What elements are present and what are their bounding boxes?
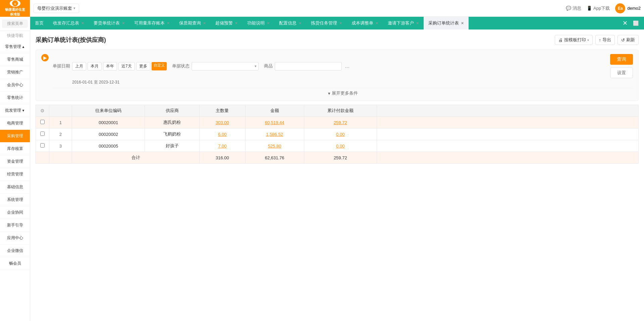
table-header: ⚙ 往来单位编码 供应商 主数量 金额 累计付款金额 [36,105,639,117]
sidebar-item-member[interactable]: 会员中心 [0,79,30,92]
row2-paid-amount[interactable]: 0.00 [304,128,377,140]
sidebar-item-member2[interactable]: 畅会员 [0,257,30,270]
sidebar-item-inventory[interactable]: 库存核算 [0,143,30,155]
tab-expiry-query-label: 保质期查询 [179,20,201,26]
sidebar-item-appcenter[interactable]: 应用中心 [0,232,30,245]
search-label[interactable]: 搜索英单 [2,19,28,28]
footer-label: 合计 [72,152,200,164]
tab-purchase-summary-close[interactable]: ✕ [461,21,464,25]
tab-order-summary[interactable]: 要货单统计表 ✕ [89,17,129,30]
date-btn-last-month[interactable]: 上月 [72,62,86,70]
tab-cost-adjust-close[interactable]: ✕ [375,21,378,25]
tab-available-stock-close[interactable]: ✕ [167,21,170,25]
query-button[interactable]: 查询 [610,54,633,65]
row3-quantity[interactable]: 7.00 [199,140,245,152]
sidebar-search-area[interactable]: 搜索英单 [0,17,30,31]
avatar: Ea [615,3,625,13]
app-logo[interactable]: 6 畅捷通好生意 标准版 [0,0,30,17]
row3-amount[interactable]: 525.80 [245,140,304,152]
app-subtitle: 标准版 [10,12,20,17]
tab-expiry-query[interactable]: 保质期查询 ✕ [174,17,211,30]
tab-config-info[interactable]: 配置信息 ✕ [274,17,306,30]
sidebar-item-finance[interactable]: 资金管理 [0,155,30,168]
tab-overstock-warning[interactable]: 超储预警 ✕ [211,17,243,30]
date-btn-this-year[interactable]: 本年 [103,62,117,70]
tab-cost-adjust[interactable]: 成本调整单 ✕ [347,17,383,30]
date-btn-more[interactable]: 更多 [136,62,150,70]
sidebar-item-ops[interactable]: 经营管理 [0,168,30,181]
row1-checkbox[interactable] [36,117,49,128]
workspace-label: 母婴行业演示账套 [37,5,72,11]
tab-config-info-close[interactable]: ✕ [299,21,302,25]
date-btn-this-month[interactable]: 本月 [88,62,102,70]
th-index [49,105,72,117]
row2-quantity[interactable]: 6.00 [199,128,245,140]
sidebar-item-basic[interactable]: 基础信息 [0,181,30,194]
settings-button[interactable]: 设置 [610,67,633,78]
tab-function-desc[interactable]: 功能说明 ✕ [243,17,274,30]
checkbox-3[interactable] [40,143,45,148]
row3-paid-amount[interactable]: 0.00 [304,140,377,152]
tab-expiry-query-close[interactable]: ✕ [203,21,206,25]
expand-tab-btn[interactable]: ⬜ [630,19,641,27]
row3-supplier: 好孩子 [145,140,200,152]
checkbox-1[interactable] [40,120,45,124]
date-btn-7days[interactable]: 近7天 [118,62,135,70]
goods-ellipsis-btn[interactable]: ... [344,63,351,69]
row1-quantity[interactable]: 303.00 [199,117,245,128]
status-select[interactable] [192,62,259,70]
refresh-button[interactable]: ↺ 刷新 [618,35,639,45]
checkbox-2[interactable] [40,131,45,136]
th-unit-code: 往来单位编码 [72,105,145,117]
sidebar-item-ecommerce[interactable]: 电商管理 [0,117,30,130]
tab-receive-send-close[interactable]: ✕ [81,21,84,25]
date-custom-badge[interactable]: 自定义 [152,62,167,70]
message-button[interactable]: 💬 消息 [566,5,581,11]
tab-home[interactable]: 首页 [30,17,48,30]
user-menu[interactable]: Ea demo2 [615,3,641,13]
sidebar-item-retail-shop[interactable]: 零售商城 [0,53,30,66]
th-settings[interactable]: ⚙ [36,105,49,117]
sidebar-item-bizwechat[interactable]: 企业微信 [0,245,30,257]
tab-overstock-warning-close[interactable]: ✕ [235,21,238,25]
row1-paid-amount[interactable]: 259.72 [304,117,377,128]
filter-expand-btn[interactable]: ▶ [41,54,49,61]
print-arrow-icon: ▾ [587,38,589,42]
close-tab-btn[interactable]: ✕ [620,18,630,28]
sidebar-item-wholesale[interactable]: 批发管理 ▼ [0,104,30,117]
row1-amount[interactable]: 60,519.44 [245,117,304,128]
table-settings-icon[interactable]: ⚙ [40,108,45,113]
row2-index: 2 [49,128,72,140]
filter-date: 单据日期 上月 本月 本年 近7天 更多 自定义 [53,62,167,70]
export-button[interactable]: ↑ 导出 [595,35,615,45]
row2-checkbox[interactable] [36,128,49,140]
sidebar-quicknav[interactable]: 快捷导航 [0,31,30,41]
tab-available-stock[interactable]: 可用量库存账本 ✕ [129,17,174,30]
app-download-button[interactable]: 📱 App下载 [587,5,610,11]
tab-cost-adjust-label: 成本调整单 [352,20,373,26]
sidebar-item-purchase[interactable]: 采购管理 [0,130,30,143]
expand-more-btn[interactable]: ▾ 展开更多条件 [53,88,633,96]
tab-order-summary-close[interactable]: ✕ [122,21,125,25]
sidebar-item-retail-mgmt[interactable]: 零售管理 ▲ [0,41,30,53]
sidebar-item-marketing[interactable]: 营销推广 [0,66,30,79]
sidebar-item-collab[interactable]: 企业协同 [0,206,30,219]
sidebar-item-retail-stat[interactable]: 零售统计 [0,92,30,104]
goods-input[interactable] [275,62,342,70]
row1-unit-code: 00020001 [72,117,145,128]
tab-invite-downstream-close[interactable]: ✕ [416,21,419,25]
tab-purchase-summary[interactable]: 采购订单统计表 ✕ [424,17,469,30]
workspace-selector[interactable]: 母婴行业演示账套 ▾ [34,4,79,13]
footer-row: 合计 316.00 62,631.76 259.72 [36,152,639,164]
row3-checkbox[interactable] [36,140,49,152]
sidebar-item-system[interactable]: 系统管理 [0,194,30,206]
sidebar-item-newguide[interactable]: 新手引导 [0,219,30,232]
tab-receive-send[interactable]: 收发存汇总表 ✕ [48,17,89,30]
row2-amount[interactable]: 1,586.52 [245,128,304,140]
print-button[interactable]: 🖨 按模板打印 ▾ [555,35,593,45]
tab-pick-task[interactable]: 拣货任务管理 ✕ [306,17,347,30]
tab-function-desc-close[interactable]: ✕ [267,21,270,25]
tab-pick-task-close[interactable]: ✕ [339,21,342,25]
tab-pick-task-label: 拣货任务管理 [311,20,337,26]
tab-invite-downstream[interactable]: 邀请下游客户 ✕ [383,17,424,30]
